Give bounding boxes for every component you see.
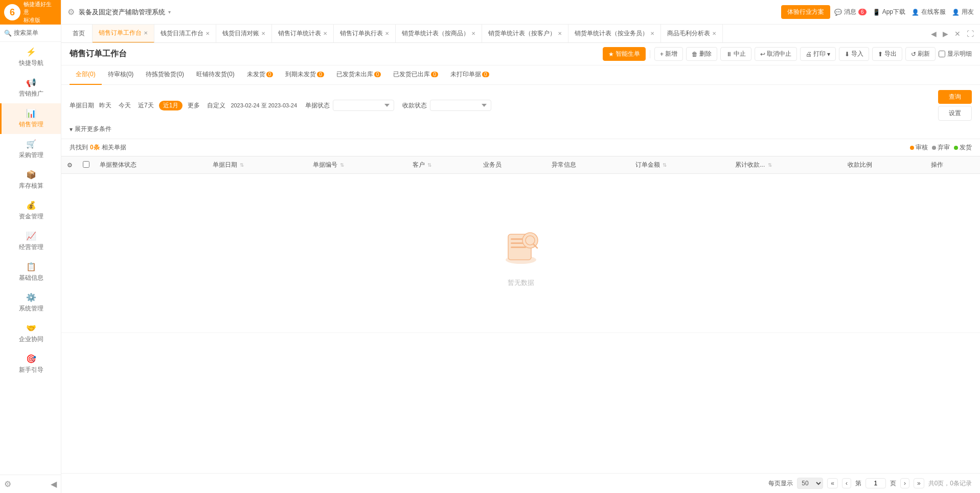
sort-date-icon[interactable]: ⇅ [240,162,244,168]
smart-create-button[interactable]: ★ 智能生单 [603,47,646,61]
date-opt-yesterday[interactable]: 昨天 [97,100,113,111]
suspend-button[interactable]: ⏸ 中止 [720,47,751,61]
sidebar-item-purchase[interactable]: 🛒 采购管理 [0,134,61,165]
show-detail-checkbox[interactable] [939,51,945,57]
sort-amount-icon[interactable]: ⇅ [663,162,667,168]
filter-actions: 查询 设置 [938,90,972,121]
topbar-gear-icon[interactable]: ⚙ [67,7,75,17]
settings-bottom-btn[interactable]: ⚙ [4,479,11,489]
review-action[interactable]: 审核 [910,143,928,152]
sidebar-item-marketing[interactable]: 📢 营销推广 [0,73,61,103]
per-page-select[interactable]: 50 10 20 100 [797,478,823,489]
tab-sales-summary-staff-close[interactable]: ✕ [650,31,654,36]
sidebar-item-sales[interactable]: 📊 销售管理 [0,103,61,134]
tab-sales-summary-product-close[interactable]: ✕ [471,31,475,36]
star-icon: ★ [608,51,614,58]
export-icon: ⬆ [878,51,883,58]
tabs-prev-btn[interactable]: ◀ [929,30,939,38]
cancel-suspend-button[interactable]: ↩ 取消中止 [755,47,797,61]
date-opt-today[interactable]: 今天 [117,100,133,111]
sidebar-search[interactable]: 🔍 搜索菜单 [0,25,61,42]
sub-tab-overdue[interactable]: 到期未发货 0 [279,65,330,85]
tabs-next-btn[interactable]: ▶ [941,30,950,38]
date-opt-1month[interactable]: 近1月 [159,101,183,110]
date-filter-label: 单据日期 [70,101,94,110]
user-action[interactable]: 👤 用友 [952,8,974,16]
sub-tab-all[interactable]: 全部(0) [70,65,102,85]
select-all-checkbox[interactable] [83,161,89,168]
refresh-button[interactable]: ↺ 刷新 [905,47,936,61]
sidebar-item-finance[interactable]: 💰 资金管理 [0,195,61,226]
system-dropdown-icon[interactable]: ▾ [168,9,171,15]
date-opt-more[interactable]: 更多 [186,100,202,111]
filter-expand-row: ▾ 展开更多条件 [70,125,972,133]
next-page-btn[interactable]: › [900,478,909,488]
print-button[interactable]: 🖨 打印 ▾ [800,47,836,61]
tab-cash-daily[interactable]: 钱货日清工作台 ✕ [154,25,216,43]
setting-button[interactable]: 设置 [938,106,972,121]
tab-cash-daily-close[interactable]: ✕ [206,31,210,36]
online-service-action[interactable]: 👤 在线客服 [911,8,946,16]
tab-sales-stat-close[interactable]: ✕ [323,31,327,36]
tabs-maximize-btn[interactable]: ⛶ [965,30,976,38]
abandon-action[interactable]: 弃审 [932,143,950,152]
message-action[interactable]: 💬 消息 6 [834,8,867,16]
tab-profit-analysis-close[interactable]: ✕ [712,31,716,36]
last-page-btn[interactable]: » [914,478,924,488]
sidebar-item-quick[interactable]: ⚡ 快捷导航 [0,42,61,73]
status-select[interactable] [333,100,394,111]
sub-tab-not-shipped[interactable]: 未发货 0 [241,65,280,85]
tab-sales-summary-customer[interactable]: 销货单统计表（按客户） ✕ [482,25,568,43]
sidebar-item-inventory[interactable]: 📦 库存核算 [0,165,61,195]
prev-page-btn[interactable]: ‹ [842,478,851,488]
sub-tab-shipped-not-out[interactable]: 已发货未出库 0 [330,65,388,85]
tab-home[interactable]: 首页 [65,25,93,43]
collapse-btn[interactable]: ◀ [51,479,57,489]
tab-sales-exec[interactable]: 销售订单执行表 ✕ [334,25,396,43]
th-settings[interactable]: ⚙ [61,156,78,174]
delete-button[interactable]: 🗑 删除 [686,47,717,61]
sub-tab-pending-review[interactable]: 待审核(0) [102,65,140,85]
solution-button[interactable]: 体验行业方案 [781,5,830,19]
sidebar-item-basic[interactable]: 📋 基础信息 [0,257,61,287]
svg-rect-3 [511,242,523,244]
sort-customer-icon[interactable]: ⇅ [427,162,431,168]
date-opt-custom[interactable]: 自定义 [205,100,227,111]
tab-sales-exec-close[interactable]: ✕ [385,31,389,36]
sub-tab-shipped-out[interactable]: 已发货已出库 0 [387,65,444,85]
date-filter: 单据日期 昨天 今天 近7天 近1月 更多 自定义 2023-02-24 至 2… [70,100,297,111]
export-button[interactable]: ⬆ 导出 [872,47,902,61]
sidebar-item-newbie[interactable]: 🎯 新手引导 [0,349,61,379]
sub-tab-wangpu[interactable]: 旺铺待发货(0) [190,65,241,85]
sort-collected-icon[interactable]: ⇅ [768,162,772,168]
sub-tab-not-printed[interactable]: 未打印单据 0 [444,65,495,85]
tab-sales-summary-customer-close[interactable]: ✕ [558,31,562,36]
payment-select[interactable] [430,100,491,111]
sort-number-icon[interactable]: ⇅ [340,162,344,168]
expand-filter-btn[interactable]: ▾ 展开更多条件 [70,125,972,133]
tab-sales-stat[interactable]: 销售订单统计表 ✕ [272,25,334,43]
first-page-btn[interactable]: « [827,478,838,488]
sidebar-item-enterprise[interactable]: 🤝 企业协同 [0,318,61,349]
tab-profit-analysis[interactable]: 商品毛利分析表 ✕ [661,25,723,43]
sidebar-item-operation[interactable]: 📈 经营管理 [0,226,61,257]
tab-cash-reconcile-close[interactable]: ✕ [261,31,265,36]
tabs-close-all-btn[interactable]: ✕ [952,30,963,38]
sub-tab-pending-inspect[interactable]: 待拣货验货(0) [140,65,190,85]
ship-action[interactable]: 发货 [954,143,972,152]
date-opt-7days[interactable]: 近7天 [136,100,156,111]
add-button[interactable]: + 新增 [654,47,683,61]
import-button[interactable]: ⬇ 导入 [839,47,869,61]
empty-state-cell: 暂无数据 [61,174,980,333]
tab-cash-reconcile[interactable]: 钱货日清对账 ✕ [216,25,272,43]
tab-sales-workbench[interactable]: 销售订单工作台 ✕ [93,25,154,43]
sidebar-item-system[interactable]: ⚙️ 系统管理 [0,287,61,318]
show-detail-label[interactable]: 显示明细 [939,50,972,58]
app-download-action[interactable]: 📱 App下载 [873,8,905,16]
tab-sales-workbench-close[interactable]: ✕ [144,30,148,36]
query-button[interactable]: 查询 [938,90,972,104]
tab-sales-summary-staff[interactable]: 销货单统计表（按业务员） ✕ [568,25,661,43]
topbar: ⚙ 装备及固定资产辅助管理系统 ▾ 体验行业方案 💬 消息 6 📱 App下载 … [61,0,980,25]
page-input[interactable] [865,478,886,488]
tab-sales-summary-product[interactable]: 销货单统计表（按商品） ✕ [396,25,482,43]
